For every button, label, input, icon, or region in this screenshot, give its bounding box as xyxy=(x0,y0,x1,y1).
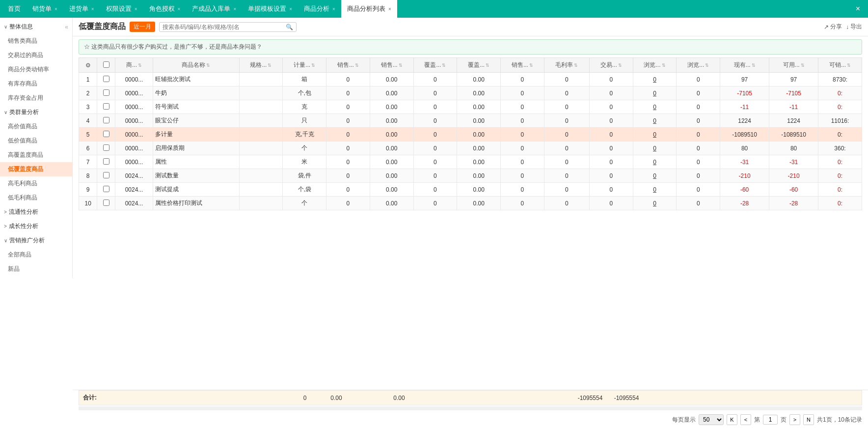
sidebar-item-sales-goods[interactable]: 销售类商品 xyxy=(0,34,72,48)
row-browse1[interactable]: 0 xyxy=(633,73,677,86)
row-browse1[interactable]: 0 xyxy=(633,86,677,100)
row-browse1[interactable]: 0 xyxy=(633,114,677,128)
row-checkbox[interactable] xyxy=(97,142,115,155)
row-checkbox[interactable] xyxy=(97,114,115,128)
period-button[interactable]: 近一月 xyxy=(130,22,155,32)
close-window-button[interactable]: × xyxy=(850,0,866,18)
row-name[interactable]: 测试提成 xyxy=(153,183,239,197)
col-cover1[interactable]: 覆盖...⇅ xyxy=(413,58,457,73)
col-gross[interactable]: 毛利率⇅ xyxy=(544,58,589,73)
row-checkbox[interactable] xyxy=(97,155,115,169)
row-browse1[interactable]: 0 xyxy=(633,155,677,169)
row-name[interactable]: 测试数量 xyxy=(153,169,239,183)
sidebar-item-high-profit[interactable]: 高毛利商品 xyxy=(0,176,72,191)
col-available[interactable]: 可用...⇅ xyxy=(769,58,818,73)
row-checkbox[interactable] xyxy=(97,183,115,197)
sidebar-section-overall[interactable]: ∨ 整体信息 « xyxy=(0,20,72,34)
tab-sales-order[interactable]: 销货单 × xyxy=(27,0,63,18)
sidebar-section-cluster[interactable]: ∨ 类群量分析 xyxy=(0,105,72,119)
tab-product-analysis-list[interactable]: 商品分析列表 × xyxy=(341,0,397,18)
col-spec[interactable]: 规格...⇅ xyxy=(239,58,283,73)
sidebar-section-growth[interactable]: > 成长性分析 xyxy=(0,219,72,233)
col-sales-amt[interactable]: 销售...⇅ xyxy=(370,58,413,73)
sidebar-item-low-profit[interactable]: 低毛利商品 xyxy=(0,191,72,205)
close-tab-permission[interactable]: × xyxy=(135,6,137,12)
sidebar-item-category-rate[interactable]: 商品分类动销率 xyxy=(0,62,72,77)
tab-product-entry[interactable]: 产成品入库单 × xyxy=(186,0,242,18)
row-select-checkbox[interactable] xyxy=(103,172,109,178)
tab-home[interactable]: 首页 xyxy=(2,0,27,18)
row-name[interactable]: 属性 xyxy=(153,155,239,169)
close-tab-analysis[interactable]: × xyxy=(332,6,335,12)
sidebar-item-all-goods[interactable]: 全部商品 xyxy=(0,248,72,262)
row-select-checkbox[interactable] xyxy=(103,200,109,206)
row-checkbox[interactable] xyxy=(97,86,115,100)
row-checkbox[interactable] xyxy=(97,169,115,183)
row-select-checkbox[interactable] xyxy=(103,117,109,123)
row-name[interactable]: 属性价格打印测试 xyxy=(153,197,239,210)
row-browse1[interactable]: 0 xyxy=(633,142,677,155)
row-checkbox[interactable] xyxy=(97,100,115,114)
page-size-select[interactable]: 50 100 200 xyxy=(699,414,724,425)
col-sales-qty[interactable]: 销售...⇅ xyxy=(326,58,370,73)
close-tab-template[interactable]: × xyxy=(289,6,292,12)
col-sellable[interactable]: 可销...⇅ xyxy=(818,58,862,73)
tab-role-auth[interactable]: 角色授权 × xyxy=(143,0,187,18)
row-select-checkbox[interactable] xyxy=(103,89,109,96)
row-browse1[interactable]: 0 xyxy=(633,128,677,142)
col-cover2[interactable]: 覆盖...⇅ xyxy=(457,58,501,73)
row-name[interactable]: 多计量 xyxy=(153,128,239,142)
close-tab-role[interactable]: × xyxy=(178,6,181,12)
sidebar-collapse-icon[interactable]: « xyxy=(65,24,68,30)
close-tab-product[interactable]: × xyxy=(233,6,236,12)
share-button[interactable]: ↗ 分享 xyxy=(824,23,842,31)
col-name[interactable]: 商品名称⇅ xyxy=(153,58,239,73)
search-input[interactable] xyxy=(163,24,286,30)
row-select-checkbox[interactable] xyxy=(103,158,109,165)
close-tab-analysis-list[interactable]: × xyxy=(388,6,391,12)
row-browse1[interactable]: 0 xyxy=(633,169,677,183)
close-tab-purchase[interactable]: × xyxy=(91,6,94,12)
col-current[interactable]: 现有...⇅ xyxy=(720,58,769,73)
tab-purchase-order[interactable]: 进货单 × xyxy=(63,0,100,18)
row-browse1[interactable]: 0 xyxy=(633,100,677,114)
row-checkbox[interactable] xyxy=(97,128,115,142)
col-browse1[interactable]: 浏览...⇅ xyxy=(633,58,677,73)
row-name[interactable]: 旺辅批次测试 xyxy=(153,73,239,86)
sidebar-section-flow[interactable]: > 流通性分析 xyxy=(0,205,72,219)
row-checkbox[interactable] xyxy=(97,197,115,210)
sidebar-item-low-coverage[interactable]: 低覆盖度商品 xyxy=(0,162,72,176)
sidebar-item-new-goods[interactable]: 新品 xyxy=(0,262,72,276)
col-browse2[interactable]: 浏览...⇅ xyxy=(677,58,720,73)
row-select-checkbox[interactable] xyxy=(103,76,109,82)
row-browse1[interactable]: 0 xyxy=(633,183,677,197)
sidebar-section-marketing[interactable]: ∨ 营销推广分析 xyxy=(0,233,72,248)
col-unit[interactable]: 计量...⇅ xyxy=(283,58,326,73)
first-page-button[interactable]: K xyxy=(727,414,737,425)
row-select-checkbox[interactable] xyxy=(103,144,109,151)
sidebar-item-high-coverage[interactable]: 高覆盖度商品 xyxy=(0,148,72,162)
tab-product-analysis[interactable]: 商品分析 × xyxy=(298,0,341,18)
prev-page-button[interactable]: < xyxy=(740,414,751,425)
sidebar-item-low-value[interactable]: 低价值商品 xyxy=(0,134,72,148)
select-all-checkbox[interactable] xyxy=(103,61,109,68)
col-checkbox[interactable] xyxy=(97,58,115,73)
export-button[interactable]: ↓ 导出 xyxy=(846,23,862,31)
row-name[interactable]: 符号测试 xyxy=(153,100,239,114)
last-page-button[interactable]: N xyxy=(803,414,814,425)
row-name[interactable]: 启用保质期 xyxy=(153,142,239,155)
row-browse1[interactable]: 0 xyxy=(633,197,677,210)
sidebar-item-high-value[interactable]: 高价值商品 xyxy=(0,119,72,134)
col-trade[interactable]: 交易...⇅ xyxy=(589,58,633,73)
row-checkbox[interactable] xyxy=(97,73,115,86)
col-sales3[interactable]: 销售...⇅ xyxy=(501,58,544,73)
col-settings[interactable]: ⚙ xyxy=(79,58,97,73)
sidebar-item-inventory-funds[interactable]: 库存资金占用 xyxy=(0,91,72,105)
sidebar-item-stocked-goods[interactable]: 有库存商品 xyxy=(0,77,72,91)
next-page-button[interactable]: > xyxy=(789,414,800,425)
sidebar-item-traded-goods[interactable]: 交易过的商品 xyxy=(0,48,72,62)
col-code[interactable]: 商...⇅ xyxy=(115,58,153,73)
row-select-checkbox[interactable] xyxy=(103,103,109,110)
row-select-checkbox[interactable] xyxy=(103,131,109,137)
close-tab-sales[interactable]: × xyxy=(54,6,57,12)
